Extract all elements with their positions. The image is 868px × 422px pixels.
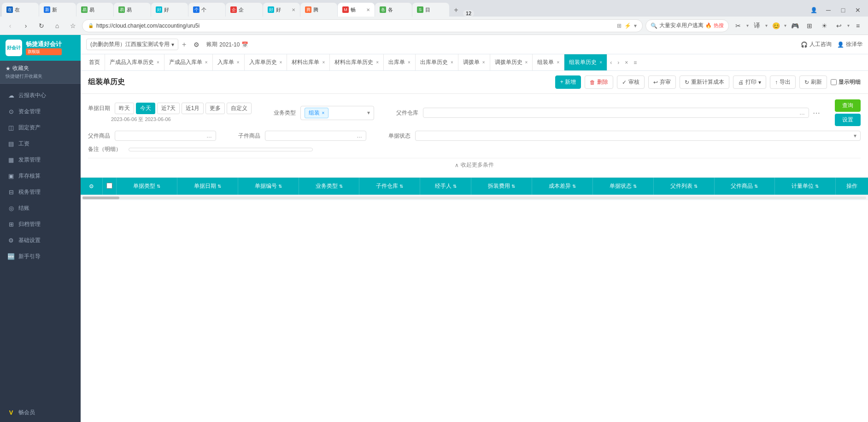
tab-material-outbound-close[interactable]: ×	[322, 60, 325, 65]
bill-status-select[interactable]: ▾	[415, 131, 861, 141]
browser-tab-11[interactable]: 各 各	[375, 3, 412, 17]
th-checkbox[interactable]	[103, 178, 117, 195]
date-btn-more[interactable]: 更多	[205, 103, 225, 114]
bill-status-dropdown-icon[interactable]: ▾	[854, 133, 856, 139]
emoji-icon-btn[interactable]: 😊	[769, 19, 782, 32]
add-company-btn[interactable]: +	[182, 40, 186, 49]
scissors-dropdown[interactable]: ▾	[746, 23, 749, 28]
tab-close-8[interactable]: ✕	[292, 7, 295, 12]
tab-outbound-history[interactable]: 出库单历史 ×	[416, 54, 458, 71]
tab-next-btn[interactable]: ›	[615, 59, 622, 66]
tab-close-all-btn[interactable]: ×	[622, 59, 631, 66]
consult-btn[interactable]: 🎧 人工咨询	[801, 40, 832, 48]
tab-transfer-close[interactable]: ×	[482, 60, 485, 65]
window-profile-button[interactable]: 👤	[807, 4, 820, 17]
settings-header-btn[interactable]: ⚙	[190, 38, 203, 51]
biz-type-dropdown-icon[interactable]: ▾	[367, 110, 370, 116]
date-btn-7days[interactable]: 近7天	[157, 103, 180, 114]
home-button[interactable]: ⌂	[51, 19, 64, 32]
browser-tab-9[interactable]: 腾 腾	[300, 3, 337, 17]
search-bar[interactable]: 🔍 大量安卓用户逃离 🔥 热搜	[645, 19, 729, 32]
user-profile-btn[interactable]: 👤 徐泽华	[837, 40, 862, 48]
scissors-icon-btn[interactable]: ✂	[732, 19, 745, 32]
sidebar-item-fixed-assets[interactable]: ◫ 固定资产	[0, 120, 81, 136]
tab-transfer[interactable]: 调拨单 ×	[458, 54, 490, 71]
tab-outbound-close[interactable]: ×	[408, 60, 411, 65]
sidebar-bookmark[interactable]: ★ 收藏夹 快捷键打开收藏夹	[0, 61, 81, 84]
bookmark-button[interactable]: ☆	[66, 19, 79, 32]
window-minimize-button[interactable]: ─	[822, 4, 835, 17]
th-settings[interactable]: ⚙	[81, 178, 103, 195]
tab-homepage[interactable]: 首页	[84, 54, 105, 71]
th-biz-type[interactable]: 业务类型 ⇅	[299, 178, 359, 195]
translate-icon-btn[interactable]: 译	[751, 19, 763, 32]
forward-button[interactable]: ›	[19, 19, 32, 32]
query-button[interactable]: 查询	[835, 99, 861, 112]
select-all-checkbox[interactable]	[106, 183, 112, 189]
sidebar-item-fund[interactable]: ⊙ 资金管理	[0, 104, 81, 120]
horizontal-scrollbar[interactable]	[81, 195, 868, 200]
show-detail-checkbox-label[interactable]: 显示明细	[831, 78, 861, 86]
emoji-dropdown[interactable]: ▾	[784, 23, 786, 28]
sidebar-item-tax[interactable]: ⊟ 税务管理	[0, 184, 81, 200]
browser-tab-5[interactable]: 好 好	[151, 3, 188, 17]
parent-warehouse-more-icon[interactable]: …	[799, 110, 805, 116]
browser-tab-4[interactable]: 易 易	[114, 3, 151, 17]
delete-button[interactable]: 🗑 删除	[585, 75, 613, 89]
th-bill-no[interactable]: 单据编号 ⇅	[238, 178, 299, 195]
print-button[interactable]: 🖨 打印 ▾	[733, 75, 766, 89]
browser-tab-2[interactable]: 新 新	[39, 3, 76, 17]
address-bar[interactable]: 🔒 https://cloud.chanjet.com/accounting/u…	[82, 19, 643, 32]
sidebar-item-archive[interactable]: ⊞ 归档管理	[0, 216, 81, 232]
grid-icon-btn[interactable]: ⊞	[803, 19, 816, 32]
tab-inbound-history[interactable]: 入库单历史 ×	[245, 54, 287, 71]
browser-tab-3[interactable]: 易 易	[76, 3, 113, 17]
th-disassemble-fee[interactable]: 拆装费用 ⇅	[471, 178, 532, 195]
export-button[interactable]: ↑ 导出	[770, 75, 796, 89]
abandon-button[interactable]: ↩ 弃审	[648, 75, 676, 89]
child-goods-more-icon[interactable]: …	[357, 133, 362, 139]
tab-inbound-history-close[interactable]: ×	[280, 60, 282, 65]
sidebar-item-cloud-report[interactable]: ☁ 云报表中心	[0, 87, 81, 104]
company-selector[interactable]: (勿删勿禁用）江西服宝测试专用 ▾	[86, 39, 178, 50]
period-selector[interactable]: 账期 2021-10 📅	[206, 40, 248, 48]
address-bar-dropdown-icon[interactable]: ▾	[634, 23, 637, 29]
date-btn-today[interactable]: 今天	[136, 103, 155, 114]
sidebar-item-settlement[interactable]: ◎ 结账	[0, 200, 81, 216]
tab-inbound-close[interactable]: ×	[237, 60, 240, 65]
tab-assembly[interactable]: 组装单 ×	[533, 54, 564, 71]
set-button[interactable]: 设置	[835, 114, 861, 126]
tab-outbound[interactable]: 出库单 ×	[384, 54, 416, 71]
parent-warehouse-extra-btn[interactable]: ⋯	[813, 109, 820, 117]
th-handler[interactable]: 经手人 ⇅	[420, 178, 471, 195]
show-detail-checkbox[interactable]	[831, 79, 837, 85]
sidebar-item-basic-settings[interactable]: ⚙ 基础设置	[0, 232, 81, 249]
browser-tab-1[interactable]: 在 在	[2, 3, 39, 17]
browser-tab-8[interactable]: 好 好 ✕	[263, 3, 300, 17]
th-parent-goods[interactable]: 父件商品 ⇅	[714, 178, 775, 195]
scrollbar-thumb[interactable]	[82, 197, 119, 199]
undo-icon-btn[interactable]: ↩	[833, 19, 845, 32]
biz-type-input-area[interactable]: 组装 × ▾	[300, 106, 374, 120]
tab-finished-goods-history[interactable]: 产成品入库单历史 ×	[105, 54, 164, 71]
tab-finished-goods-history-close[interactable]: ×	[157, 60, 159, 65]
window-maximize-button[interactable]: □	[837, 4, 850, 17]
sidebar-item-invoice[interactable]: ▦ 发票管理	[0, 152, 81, 168]
menu-icon-btn[interactable]: ≡	[851, 19, 864, 32]
parent-warehouse-input[interactable]: …	[423, 108, 809, 118]
parent-goods-input[interactable]: …	[115, 131, 216, 141]
tab-prev-btn[interactable]: ‹	[607, 59, 615, 66]
tab-transfer-history-close[interactable]: ×	[525, 60, 528, 65]
tab-finished-goods[interactable]: 产成品入库单 ×	[164, 54, 213, 71]
recalculate-button[interactable]: ↻ 重新计算成本	[680, 75, 729, 89]
child-goods-input[interactable]: …	[265, 131, 366, 141]
note-input[interactable]	[129, 148, 313, 151]
date-btn-yesterday[interactable]: 昨天	[115, 103, 134, 114]
tab-assembly-close[interactable]: ×	[557, 60, 559, 65]
tab-assembly-history[interactable]: 组装单历史 ×	[564, 54, 607, 71]
new-tab-button[interactable]: +	[450, 4, 463, 17]
browser-tab-6[interactable]: 个 个	[188, 3, 225, 17]
tab-outbound-history-close[interactable]: ×	[451, 60, 453, 65]
date-btn-1month[interactable]: 近1月	[182, 103, 204, 114]
window-close-button[interactable]: ✕	[851, 4, 864, 17]
